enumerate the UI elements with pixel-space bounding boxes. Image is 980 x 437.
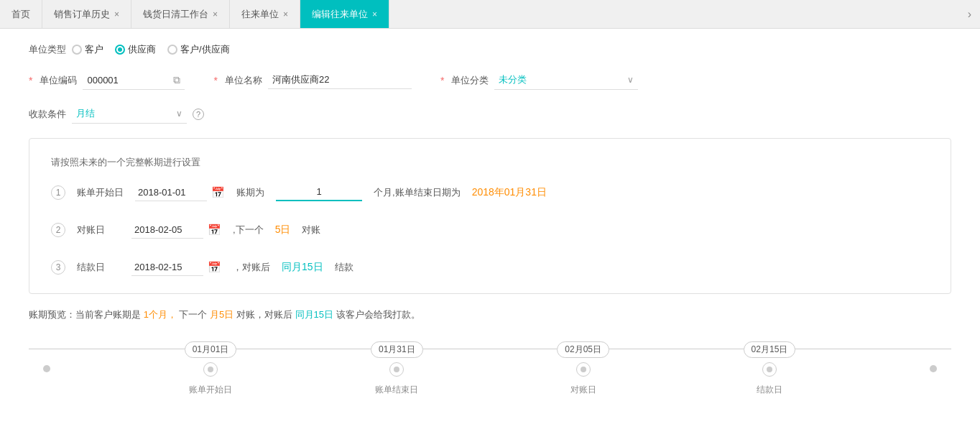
unit-name-group: * 单位名称 [213,72,411,89]
unit-code-input[interactable] [87,75,173,86]
setting-num-3: 3 [51,260,65,275]
date-field-1[interactable] [135,184,207,201]
timeline-dot-1 [203,362,218,377]
timeline-sublabel-2: 账单结束日 [375,384,418,396]
unit-name-input[interactable] [268,72,412,89]
unit-type-row: 单位类型 客户 供应商 客户/供应商 [29,43,951,56]
preview-highlight2: 同月15日 [295,309,333,320]
timeline-dot-inner-4 [767,367,772,372]
unit-info-row: * 单位编码 ⧉ * 单位名称 * 单位分类 未分类 ∨ [29,70,951,90]
tab-cash-workbench-label: 钱货日清工作台 [143,8,208,21]
radio-both[interactable]: 客户/供应商 [167,43,230,56]
date-input-1: 📅 [135,184,225,201]
timeline-label-1: 01月01日 [193,344,229,354]
tab-sales-history[interactable]: 销售订单历史 × [42,0,131,28]
reconcile-suffix: 对账 [302,224,320,236]
tab-home[interactable]: 首页 [0,0,42,28]
radio-both-circle [167,45,177,55]
timeline-dot-inner-3 [581,367,586,372]
unit-code-copy-icon[interactable]: ⧉ [173,74,180,86]
timeline-dot-3 [576,362,591,377]
setting-num-2: 2 [51,223,65,237]
radio-customer-circle [72,45,82,55]
radio-supplier-circle [115,45,125,55]
payment-group: 收款条件 月结 ∨ ? [29,104,204,124]
timeline-right-end [930,365,937,372]
unit-code-label: 单位编码 [40,74,77,87]
setting-label-3: 结款日 [77,261,120,274]
preview-period: 1个月， [144,309,177,320]
tab-sales-history-label: 销售订单历史 [54,8,110,21]
tab-sales-history-close[interactable]: × [114,9,119,19]
timeline-left-end [43,365,50,372]
unit-code-required: * [29,75,32,86]
timeline-point-2: 01月31日 账单结束日 [371,341,423,396]
tab-edit-partner-label: 编辑往来单位 [312,8,368,21]
radio-customer[interactable]: 客户 [72,43,103,56]
setting-label-1: 账单开始日 [77,186,124,199]
radio-supplier[interactable]: 供应商 [115,43,156,56]
unit-name-label: 单位名称 [225,74,262,87]
timeline-sublabel-3: 对账日 [570,384,596,396]
payment-value: 月结 [76,107,173,120]
date-field-3[interactable] [131,259,203,276]
timeline-right-dot [930,365,937,372]
calendar-icon-1[interactable]: 📅 [211,186,225,199]
timeline-sublabel-1: 账单开始日 [189,384,232,396]
setting-row-1: 1 账单开始日 📅 账期为 个月,账单结束日期为 2018年01月31日 [51,183,929,201]
timeline-point-1: 01月01日 账单开始日 [185,341,237,396]
unit-code-input-wrapper: ⧉ [83,71,185,90]
timeline-point-4: 02月15日 结款日 [744,341,796,396]
card-title: 请按照未来的一个完整帐期进行设置 [51,156,929,169]
radio-both-label: 客户/供应商 [180,43,230,56]
tab-partner-label: 往来单位 [241,8,279,21]
period-end-date: 2018年01月31日 [472,186,547,199]
tab-edit-partner[interactable]: 编辑往来单位 × [300,0,389,28]
tab-edit-partner-close[interactable]: × [372,9,377,19]
unit-type-label: 单位类型 [29,43,66,56]
timeline-point-3: 02月05日 对账日 [557,341,609,396]
timeline-label-4: 02月15日 [752,344,788,354]
payment-chevron: ∨ [176,109,182,119]
unit-category-select[interactable]: 未分类 ∨ [494,70,638,90]
setting-num-1: 1 [51,185,65,200]
timeline-dot-4 [762,362,777,377]
payment-select[interactable]: 月结 ∨ [72,104,187,124]
payment-help-icon[interactable]: ? [193,109,204,120]
radio-supplier-label: 供应商 [128,43,156,56]
calendar-icon-3[interactable]: 📅 [208,261,221,274]
tab-cash-workbench-close[interactable]: × [213,9,218,19]
tab-home-label: 首页 [11,8,30,21]
setting-row-3: 3 结款日 📅 ，对账后 同月15日 结款 [51,259,929,276]
radio-customer-label: 客户 [85,43,103,56]
date-input-3: 📅 [131,259,221,276]
calendar-icon-2[interactable]: 📅 [208,224,221,236]
reconcile-prefix: ,下一个 [233,224,264,236]
tab-bar: 首页 销售订单历史 × 钱货日清工作台 × 往来单位 × 编辑往来单位 × › [0,0,980,29]
timeline-label-3: 02月05日 [565,344,601,354]
timeline-container: 01月01日 账单开始日 01月31日 账单结束日 [29,341,951,396]
timeline-pill-3: 02月05日 [557,341,609,358]
reconcile-day: 5日 [275,224,291,236]
setting-row-2: 2 对账日 📅 ,下一个 5日 对账 [51,221,929,239]
date-input-2: 📅 [131,221,221,239]
unit-type-group: 单位类型 客户 供应商 客户/供应商 [29,43,230,56]
tab-partner[interactable]: 往来单位 × [230,0,300,28]
tab-cash-workbench[interactable]: 钱货日清工作台 × [131,0,230,28]
period-unit: 个月,账单结束日期为 [374,186,461,199]
payment-prefix: ，对账后 [233,261,270,274]
card-section: 请按照未来的一个完整帐期进行设置 1 账单开始日 📅 账期为 个月,账单结束日期… [29,138,951,294]
period-input[interactable] [276,183,362,201]
timeline-pill-4: 02月15日 [744,341,796,358]
preview-suffix: 该客户会给我打款。 [336,309,420,320]
payment-suffix: 结款 [335,261,353,274]
setting-label-2: 对账日 [77,224,120,236]
tab-partner-close[interactable]: × [283,9,288,19]
unit-category-group: * 单位分类 未分类 ∨ [440,70,638,90]
timeline-pill-2: 01月31日 [371,341,423,358]
date-field-2[interactable] [131,221,203,239]
tab-expand-icon[interactable]: › [959,8,980,21]
payment-row: 收款条件 月结 ∨ ? [29,104,951,124]
timeline-sublabel-4: 结款日 [757,384,782,396]
unit-category-value: 未分类 [499,73,624,86]
